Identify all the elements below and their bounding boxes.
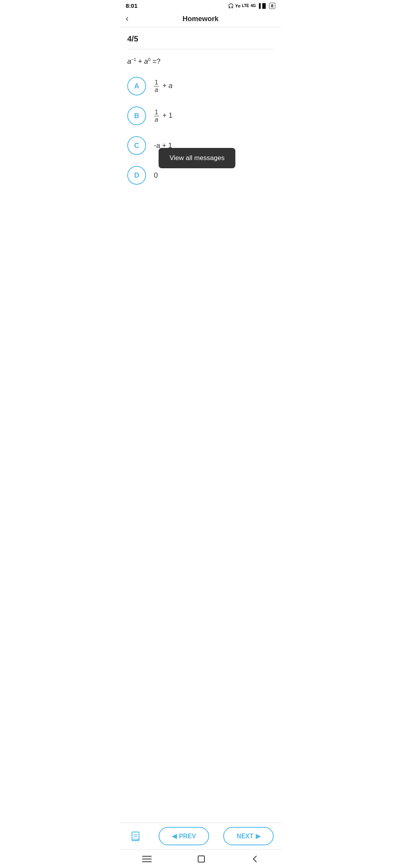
- status-time: 8:01: [126, 2, 137, 9]
- status-icons: 🎧 Yo LTE 4G ▐▐▌ 8: [228, 3, 275, 9]
- tooltip-overlay[interactable]: View all messages: [159, 148, 235, 168]
- back-button[interactable]: ‹: [126, 14, 128, 23]
- progress-indicator: 4/5: [127, 34, 274, 49]
- main-content: 4/5 a−1 + a0 =? A 1a + a B 1a + 1 C -a +…: [119, 27, 282, 192]
- option-b-letter: B: [127, 106, 146, 125]
- 4g-icon: 4G: [251, 4, 256, 8]
- option-d-text: 0: [154, 171, 158, 180]
- tooltip-box[interactable]: View all messages: [159, 148, 235, 168]
- battery-icon: 8: [269, 3, 275, 9]
- question-text: a−1 + a0 =?: [127, 57, 274, 66]
- status-bar: 8:01 🎧 Yo LTE 4G ▐▐▌ 8: [119, 0, 282, 11]
- nav-bar: ‹ Homework: [119, 11, 282, 27]
- signal-text: Yo: [235, 4, 240, 8]
- signal-bars: ▐▐▌: [257, 3, 267, 9]
- option-a-text: 1a + a: [154, 79, 172, 93]
- page-title: Homework: [182, 15, 219, 23]
- lte-icon: LTE: [242, 4, 249, 8]
- headphone-icon: 🎧: [228, 3, 234, 9]
- option-d[interactable]: D 0: [127, 166, 274, 185]
- option-b[interactable]: B 1a + 1: [127, 106, 274, 125]
- option-c-letter: C: [127, 136, 146, 155]
- option-b-text: 1a + 1: [154, 109, 172, 123]
- option-a-letter: A: [127, 77, 146, 95]
- option-c[interactable]: C -a + 1 View all messages: [127, 136, 274, 155]
- option-d-letter: D: [127, 166, 146, 185]
- option-a[interactable]: A 1a + a: [127, 77, 274, 95]
- options-list: A 1a + a B 1a + 1 C -a + 1 View all mess…: [127, 77, 274, 185]
